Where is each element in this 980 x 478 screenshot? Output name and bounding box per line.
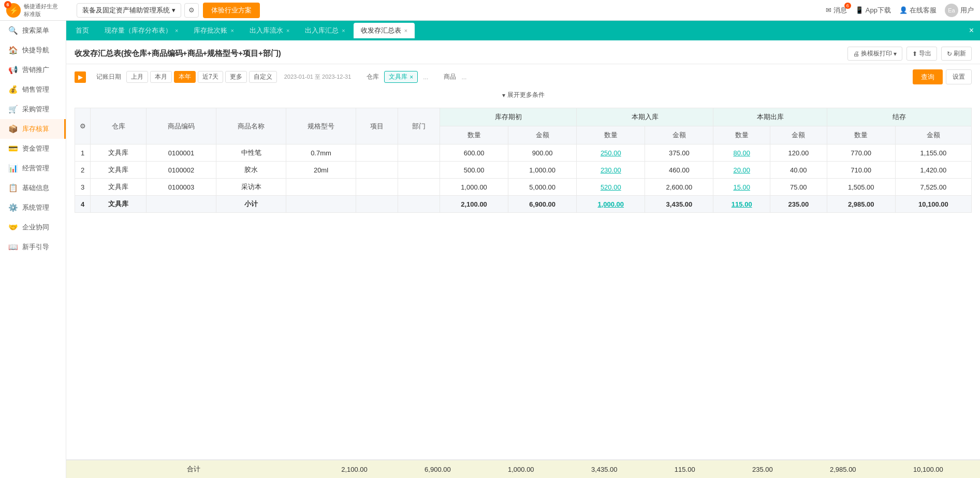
row-dept bbox=[398, 196, 440, 213]
sidebar-icon-guide: 📖 bbox=[8, 242, 18, 252]
message-button[interactable]: ✉ 消息 6 bbox=[826, 6, 847, 15]
col-header-warehouse: 仓库 bbox=[91, 108, 147, 144]
row-in-qty[interactable]: 230.00 bbox=[577, 162, 645, 179]
app-download-button[interactable]: 📱 App下载 bbox=[855, 6, 891, 15]
row-code: 0100002 bbox=[147, 162, 216, 179]
row-warehouse: 文具库 bbox=[91, 179, 147, 196]
row-out-qty-link[interactable]: 115.00 bbox=[732, 200, 752, 208]
user-button[interactable]: Ea 用户 bbox=[945, 4, 974, 17]
sidebar-item-inventory[interactable]: 📦库存核算 bbox=[0, 119, 66, 139]
footer-label: 合计 bbox=[75, 465, 313, 474]
tab-receivable-summary[interactable]: 收发存汇总表× bbox=[354, 23, 415, 38]
row-spec: 0.7mm bbox=[286, 144, 356, 162]
tab-close-tab-batch[interactable]: × bbox=[230, 27, 233, 34]
date-btn-近7天[interactable]: 近7天 bbox=[198, 71, 223, 83]
warehouse-tag: 文具库 × bbox=[384, 71, 418, 83]
sidebar-item-sales[interactable]: 💰销售管理 bbox=[0, 80, 66, 99]
expand-more-button[interactable]: ▾ 展开更多条件 bbox=[499, 88, 548, 103]
row-out-qty[interactable]: 80.00 bbox=[713, 144, 770, 162]
sidebar-label-guide: 新手引导 bbox=[22, 242, 49, 252]
date-btn-本月[interactable]: 本月 bbox=[150, 71, 172, 83]
footer-in-qty: 1,000.00 bbox=[508, 466, 534, 473]
sidebar-item-guide[interactable]: 📖新手引导 bbox=[0, 237, 66, 257]
tab-inout-flow[interactable]: 出入库流水× bbox=[242, 23, 297, 38]
tab-close-tab-receivable-summary[interactable]: × bbox=[404, 27, 407, 34]
sidebar-label-purchase: 采购管理 bbox=[22, 105, 49, 114]
service-icon: 👤 bbox=[899, 6, 908, 14]
online-service-button[interactable]: 👤 在线客服 bbox=[899, 6, 937, 15]
footer-in-amt: 3,435.00 bbox=[591, 466, 618, 473]
sidebar-label-inventory: 库存核算 bbox=[22, 124, 49, 134]
tab-inventory-dist[interactable]: 现存量（库存分布表）× bbox=[97, 23, 185, 38]
sidebar-item-collab[interactable]: 🤝企业协同 bbox=[0, 218, 66, 237]
expand-arrow-button[interactable]: ▶ bbox=[75, 71, 86, 83]
query-button[interactable]: 查询 bbox=[913, 69, 943, 84]
footer-open-amt: 6,900.00 bbox=[425, 466, 451, 473]
sidebar-item-purchase[interactable]: 🛒采购管理 bbox=[0, 99, 66, 119]
date-btn-更多[interactable]: 更多 bbox=[225, 71, 247, 83]
sidebar-label-collab: 企业协同 bbox=[22, 223, 49, 232]
table-row: 1文具库0100001中性笔0.7mm600.00900.00250.00375… bbox=[75, 144, 972, 162]
table-row: 2文具库0100002胶水20ml500.001,000.00230.00460… bbox=[75, 162, 972, 179]
row-close-amt: 1,155.00 bbox=[895, 144, 971, 162]
refresh-button[interactable]: ↻ 刷新 bbox=[941, 47, 972, 61]
row-out-qty[interactable]: 15.00 bbox=[713, 179, 770, 196]
row-out-qty-link[interactable]: 80.00 bbox=[733, 149, 750, 157]
row-out-amt: 75.00 bbox=[770, 179, 827, 196]
tab-close-tab-inout-summary[interactable]: × bbox=[342, 27, 345, 34]
tab-home[interactable]: 首页 bbox=[68, 23, 96, 38]
row-out-qty[interactable]: 20.00 bbox=[713, 162, 770, 179]
close-all-tabs-button[interactable]: × bbox=[965, 26, 978, 35]
export-button[interactable]: ⬆ 导出 bbox=[906, 47, 937, 61]
sidebar-label-sales: 销售管理 bbox=[22, 85, 49, 94]
row-out-qty[interactable]: 115.00 bbox=[713, 196, 770, 213]
sidebar-item-marketing[interactable]: 📢营销推广 bbox=[0, 60, 66, 80]
row-in-qty[interactable]: 250.00 bbox=[577, 144, 645, 162]
tab-close-tab-inventory-dist[interactable]: × bbox=[175, 27, 178, 34]
date-btn-本年[interactable]: 本年 bbox=[174, 71, 196, 83]
sidebar-item-operation[interactable]: 📊经营管理 bbox=[0, 158, 66, 178]
sidebar: 🔍搜索菜单🏠快捷导航📢营销推广💰销售管理🛒采购管理📦库存核算💳资金管理📊经营管理… bbox=[0, 21, 66, 478]
sidebar-item-finance[interactable]: 💳资金管理 bbox=[0, 139, 66, 158]
remove-warehouse-button[interactable]: × bbox=[409, 74, 413, 81]
table-container: ⚙ 仓库 商品编码 商品名称 规格型号 项目 部门 库存期初 本期入库 本期出库… bbox=[66, 108, 980, 459]
sidebar-icon-purchase: 🛒 bbox=[8, 105, 18, 114]
row-out-amt: 120.00 bbox=[770, 144, 827, 162]
tab-inout-summary[interactable]: 出入库汇总× bbox=[298, 23, 352, 38]
print-button[interactable]: 🖨 换模板打印 ▾ bbox=[847, 47, 902, 61]
tab-close-tab-inout-flow[interactable]: × bbox=[286, 27, 289, 34]
col-out-amt: 金额 bbox=[770, 126, 827, 144]
trial-button[interactable]: 体验行业方案 bbox=[203, 3, 260, 18]
system-select[interactable]: 装备及固定资产辅助管理系统 ▾ bbox=[77, 3, 181, 18]
sidebar-icon-search: 🔍 bbox=[8, 26, 18, 35]
date-btn-自定义[interactable]: 自定义 bbox=[249, 71, 277, 83]
row-in-qty[interactable]: 520.00 bbox=[577, 179, 645, 196]
col-open-amt: 金额 bbox=[508, 126, 577, 144]
tab-label-tab-receivable-summary: 收发存汇总表 bbox=[361, 26, 401, 35]
table-settings-col[interactable]: ⚙ bbox=[75, 108, 91, 144]
row-open-amt: 900.00 bbox=[508, 144, 577, 162]
col-header-project: 项目 bbox=[356, 108, 398, 144]
message-badge: 6 bbox=[844, 3, 851, 9]
sidebar-item-system[interactable]: ⚙️系统管理 bbox=[0, 198, 66, 218]
row-in-qty-link[interactable]: 520.00 bbox=[601, 183, 621, 191]
row-in-qty-link[interactable]: 250.00 bbox=[601, 149, 621, 157]
row-out-qty-link[interactable]: 15.00 bbox=[733, 183, 750, 191]
tab-batch[interactable]: 库存批次账× bbox=[186, 23, 241, 38]
row-in-qty[interactable]: 1,000.00 bbox=[577, 196, 645, 213]
sidebar-item-basic[interactable]: 📋基础信息 bbox=[0, 178, 66, 198]
row-in-qty-link[interactable]: 1,000.00 bbox=[597, 200, 624, 208]
row-open-amt: 5,000.00 bbox=[508, 179, 577, 196]
row-out-qty-link[interactable]: 20.00 bbox=[733, 166, 750, 174]
settings-button[interactable]: 设置 bbox=[946, 69, 972, 84]
sidebar-icon-finance: 💳 bbox=[8, 144, 18, 153]
row-close-qty: 1,505.00 bbox=[827, 179, 895, 196]
row-project bbox=[356, 144, 398, 162]
gear-button[interactable]: ⚙ bbox=[184, 3, 199, 18]
goods-more-button[interactable]: ... bbox=[461, 74, 466, 81]
sidebar-item-quick-nav[interactable]: 🏠快捷导航 bbox=[0, 40, 66, 60]
sidebar-item-search[interactable]: 🔍搜索菜单 bbox=[0, 21, 66, 40]
warehouse-more-button[interactable]: ... bbox=[423, 74, 428, 81]
date-btn-上月[interactable]: 上月 bbox=[126, 71, 148, 83]
row-in-qty-link[interactable]: 230.00 bbox=[601, 166, 621, 174]
